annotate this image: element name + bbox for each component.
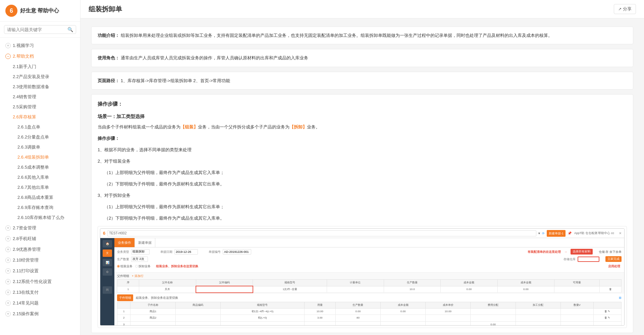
sidebar-item-label: 2.8手机旺辅 — [13, 236, 36, 242]
sim-expand-btn[interactable]: ⊞ — [619, 295, 622, 300]
sidebar-item-split-check[interactable]: 2.6.2分量盘点单 — [0, 132, 80, 142]
step2-1: （1）上部明细为父件明细，最终作为产成品生成其它入库单； — [98, 168, 627, 177]
sim-lower-table-area: 子件明细 組装业务、拆卸业务在这里切换 ⊞ 子件名称 — [114, 294, 624, 326]
sidebar-item-docs[interactable]: − 2.帮助文档 — [0, 51, 80, 62]
sim-type-input[interactable] — [131, 249, 150, 255]
share-icon: ↗ — [618, 7, 622, 11]
col-avail: 可用量 — [554, 279, 600, 286]
col-code: 父件编码 — [196, 279, 253, 286]
sidebar-item-label: 2.15操作案例 — [13, 311, 39, 317]
sim-radio-assembly[interactable]: 组装业务 — [117, 264, 132, 269]
sidebar-item-mobile[interactable]: + 2.8手机旺辅 — [0, 233, 80, 244]
sidebar-item-cost-calc[interactable]: 2.6.8商品成本重算 — [0, 192, 80, 203]
sim-tab-bar: 业务操作 新建单据 — [114, 238, 624, 247]
sidebar-item-online-pay[interactable]: + 2.13在线支付 — [0, 287, 80, 298]
search-icon[interactable]: 🔍 — [67, 27, 73, 32]
expand-icon: + — [5, 43, 11, 48]
sidebar-item-adjust[interactable]: 2.6.3调拨单 — [0, 142, 80, 152]
sidebar-item-cases[interactable]: + 2.15操作案例 — [0, 309, 80, 319]
sidebar-item-stock-err[interactable]: 2.6.10库存账本错了么办 — [0, 213, 80, 223]
col-unit: 计量单位 — [327, 279, 384, 286]
sim-content-area: 🏠 文 📊 ⚙ 同 业务操作 新建单据 — [100, 238, 624, 325]
sim-upper-table-area: 父件明细 + 添加行 序 父件名称 父件编码 — [114, 273, 624, 294]
nav-list: + 1.视频学习 − 2.帮助文档 2.1新手入门 2.2产品安装及登录 2.3… — [0, 38, 80, 335]
sim-close-btn[interactable]: ✕ — [619, 230, 622, 236]
sidebar-item-ops[interactable]: + 2.10经营管理 — [0, 255, 80, 266]
step1: 1、根据不同的业务，选择不同单据的类型来处理 — [98, 146, 627, 154]
step3-1: （1）上部明细为父件明细，最终作为原材料生成其它出库单； — [98, 203, 627, 211]
sidebar-item-label: 2.14常见问题 — [13, 300, 39, 306]
sim-new-btn[interactable]: 新建单据-1 — [547, 230, 566, 237]
sim-date-input[interactable] — [174, 249, 198, 255]
sim-type-label: 业务类型 — [117, 249, 129, 255]
share-button[interactable]: ↗ 分享 — [614, 4, 636, 14]
sim-nav-chart[interactable]: 📊 — [103, 259, 112, 266]
sidebar-item-label: 2.10经营管理 — [13, 257, 39, 263]
logo-icon: 6 — [5, 5, 17, 17]
sim-nav-settings[interactable]: ⚙ — [103, 268, 112, 276]
sidebar-item-finance[interactable]: + 2.7资金管理 — [0, 223, 80, 233]
col-spec: 规格型号 — [253, 279, 327, 286]
sidebar-item-faq[interactable]: + 2.14常见问题 — [0, 298, 80, 309]
sidebar-item-inventory[interactable]: 2.6库存核算 — [0, 112, 80, 122]
search-input[interactable] — [7, 27, 67, 32]
sidebar-item-check[interactable]: 2.6.1盘点单 — [0, 122, 80, 132]
app-title: 好生意 帮助中心 — [20, 7, 59, 14]
sim-topbar-icons: 📌 AppT助 仓仓检测 帮助中心 cc — [568, 230, 614, 236]
sim-nav-home[interactable]: 🏠 — [103, 240, 112, 247]
sidebar-item-assembly[interactable]: 2.6.4组装拆卸单 — [0, 152, 80, 162]
sidebar-item-coupon[interactable]: + 2.9优惠券管理 — [0, 244, 80, 255]
ann3-text: 启用处理 — [608, 264, 620, 269]
sidebar-item-label: 2.帮助文档 — [13, 53, 34, 59]
sim-logo: 6 — [103, 229, 105, 237]
ops-steps-title: 操作步骤： — [98, 134, 627, 143]
sim-qty-input[interactable] — [131, 257, 148, 262]
sim-add-row-btn[interactable]: + 添加行 — [132, 273, 144, 279]
sidebar-item-video[interactable]: + 1.视频学习 — [0, 40, 80, 51]
sim-tab-new[interactable]: 新建单据 — [135, 238, 155, 247]
step2-2: （2）下部明细为子件明细，最终作为原材料生成其它出库单。 — [98, 180, 627, 188]
sim-ok-btn[interactable]: 立家完成 — [605, 256, 622, 262]
sim-nav-extra1[interactable]: 同 — [103, 286, 112, 294]
sidebar-item-newuser[interactable]: 2.1新手入门 — [0, 62, 80, 72]
sim-refresh-icon: ⟳ — [542, 231, 545, 236]
sim-lower-header: 子件明细 組装业务、拆卸业务在这里切换 ⊞ — [117, 294, 622, 301]
expand-icon: + — [5, 225, 11, 231]
sidebar-item-print[interactable]: + 2.11打印设置 — [0, 266, 80, 276]
sidebar-item-cost-adjust[interactable]: 2.6.5成本调整单 — [0, 162, 80, 172]
sidebar-item-label: 2.12系统个性化设置 — [13, 279, 52, 285]
sim-nav-docs[interactable]: 文 — [103, 249, 112, 257]
sim-id-input[interactable] — [107, 230, 536, 236]
sidebar-item-sales[interactable]: 2.4销售管理 — [0, 92, 80, 102]
sidebar-item-install[interactable]: 2.2产品安装及登录 — [0, 72, 80, 82]
expand-icon: + — [5, 236, 11, 241]
sim-tab-ops[interactable]: 业务操作 — [114, 238, 135, 247]
sidebar-item-label: 1.视频学习 — [13, 43, 34, 49]
sim-radio-label-assembly: 组装业务 — [120, 264, 132, 269]
table-row: 30.00 — [117, 321, 622, 325]
search-box[interactable]: 🔍 — [4, 25, 76, 34]
sidebar-item-custom[interactable]: + 2.12系统个性化设置 — [0, 276, 80, 287]
sim-topbar-btns: 新建单据-1 — [547, 230, 566, 237]
sidebar-item-stock-query[interactable]: 2.6.9库存账本查询 — [0, 203, 80, 213]
sim-store-input[interactable] — [578, 257, 599, 262]
sidebar: 6 好生意 帮助中心 🔍 + 1.视频学习 − 2.帮助文档 2.1新手入门 2… — [0, 0, 80, 335]
sim-lower-desc: 組装业务、拆卸业务在这里切换 — [136, 295, 178, 300]
sim-date-label: 单据日期 — [160, 249, 172, 255]
col-cost2: 成本金额 — [497, 279, 554, 286]
sim-form-main: 业务操作 新建单据 业务类型 单据日期 — [114, 238, 624, 325]
page-title: 组装拆卸单 — [89, 5, 122, 14]
sidebar-item-purchase[interactable]: 2.5采购管理 — [0, 102, 80, 112]
sim-child-detail-label: 子件明细 — [117, 294, 133, 301]
sim-no-input[interactable] — [223, 249, 251, 255]
scene1-desc: 当由多个子件材料组装成一个成品的业务为【组装】业务，当由一个父件拆分成多个子产品… — [98, 123, 627, 131]
ops-block: 操作步骤： 场景一：加工类型选择 当由多个子件材料组装成一个成品的业务为【组装】… — [91, 94, 633, 333]
sim-upper-table-header: 父件明细 + 添加行 — [117, 273, 622, 279]
sidebar-item-data[interactable]: 2.3使用前数据准备 — [0, 82, 80, 92]
sidebar-item-other-out[interactable]: 2.6.7其他出库单 — [0, 182, 80, 192]
sim-radio-disassembly[interactable]: 拆卸业务 — [135, 264, 151, 269]
sidebar-item-other-in[interactable]: 2.6.6其他入库单 — [0, 172, 80, 182]
table-row: 1 商品1 初1次~4件~4(L+0) 10.00 0.00 0.00 10.0… — [117, 309, 622, 315]
sim-choose-btn[interactable]: 选择所有材料 — [571, 249, 593, 255]
col-qty: 生产数量 — [384, 279, 440, 286]
